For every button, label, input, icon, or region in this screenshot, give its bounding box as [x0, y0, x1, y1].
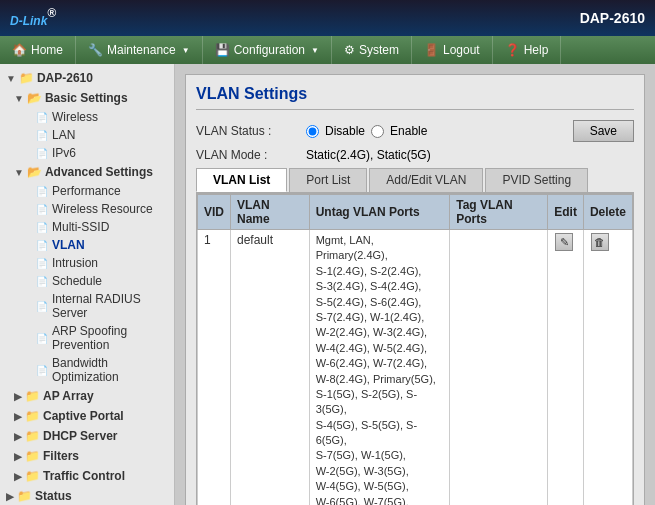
nav-logout-label: Logout [443, 43, 480, 57]
status-folder-icon: 📁 [17, 489, 32, 503]
basic-expand-icon: ▼ [14, 93, 24, 104]
sidebar-vlan-label: VLAN [52, 238, 85, 252]
vlan-status-row: VLAN Status : Disable Enable Save [196, 120, 634, 142]
col-edit: Edit [548, 195, 584, 230]
cell-untag-ports: Mgmt, LAN, Primary(2.4G), S-1(2.4G), S-2… [309, 230, 450, 506]
vlan-status-radio-group: Disable Enable [306, 124, 427, 138]
lan-page-icon: 📄 [36, 130, 48, 141]
filters-group: ▶ 📁 Filters [0, 446, 174, 466]
filters-expand-icon: ▶ [14, 451, 22, 462]
nav-configuration[interactable]: 💾 Configuration ▼ [203, 36, 332, 64]
logout-icon: 🚪 [424, 43, 439, 57]
logo-text: D-Link [10, 14, 47, 28]
tab-pvid-setting[interactable]: PVID Setting [485, 168, 588, 192]
vlan-table: VID VLAN Name Untag VLAN Ports Tag VLAN … [197, 194, 633, 505]
sidebar-item-wireless[interactable]: 📄 Wireless [16, 108, 174, 126]
sidebar-group-traffic[interactable]: ▶ 📁 Traffic Control [8, 466, 174, 486]
nav-home[interactable]: 🏠 Home [0, 36, 76, 64]
sidebar-group-advanced-label: Advanced Settings [45, 165, 153, 179]
edit-button[interactable]: ✎ [555, 233, 573, 251]
captive-portal-expand-icon: ▶ [14, 411, 22, 422]
sidebar-intrusion-label: Intrusion [52, 256, 98, 270]
col-untag-ports: Untag VLAN Ports [309, 195, 450, 230]
save-button[interactable]: Save [573, 120, 634, 142]
captive-portal-folder-icon: 📁 [25, 409, 40, 423]
main-layout: ▼ 📁 DAP-2610 ▼ 📂 Basic Settings 📄 Wirele… [0, 64, 655, 505]
nav-system-label: System [359, 43, 399, 57]
nav-maintenance-label: Maintenance [107, 43, 176, 57]
sidebar-item-wireless-resource[interactable]: 📄 Wireless Resource [16, 200, 174, 218]
nav-system[interactable]: ⚙ System [332, 36, 412, 64]
sidebar-group-ap-array[interactable]: ▶ 📁 AP Array [8, 386, 174, 406]
home-icon: 🏠 [12, 43, 27, 57]
sidebar-schedule-label: Schedule [52, 274, 102, 288]
sidebar-item-intrusion[interactable]: 📄 Intrusion [16, 254, 174, 272]
vlan-tabs: VLAN List Port List Add/Edit VLAN PVID S… [196, 168, 634, 193]
ap-array-group: ▶ 📁 AP Array [0, 386, 174, 406]
basic-settings-group: ▼ 📂 Basic Settings 📄 Wireless 📄 LAN 📄 IP… [0, 88, 174, 162]
basic-folder-icon: 📂 [27, 91, 42, 105]
content-area: VLAN Settings VLAN Status : Disable Enab… [175, 64, 655, 505]
sidebar-item-bandwidth[interactable]: 📄 Bandwidth Optimization [16, 354, 174, 386]
sidebar-item-lan[interactable]: 📄 LAN [16, 126, 174, 144]
nav-maintenance[interactable]: 🔧 Maintenance ▼ [76, 36, 203, 64]
vlan-status-disable-radio[interactable] [306, 125, 319, 138]
advanced-expand-icon: ▼ [14, 167, 24, 178]
wireless-resource-icon: 📄 [36, 204, 48, 215]
sidebar-group-basic[interactable]: ▼ 📂 Basic Settings [8, 88, 174, 108]
tab-vlan-list[interactable]: VLAN List [196, 168, 287, 192]
col-tag-ports: Tag VLAN Ports [450, 195, 548, 230]
cell-tag-ports [450, 230, 548, 506]
delete-button[interactable]: 🗑 [591, 233, 609, 251]
sidebar-item-arp-spoofing[interactable]: 📄 ARP Spoofing Prevention [16, 322, 174, 354]
traffic-control-group: ▶ 📁 Traffic Control [0, 466, 174, 486]
sidebar-group-advanced[interactable]: ▼ 📂 Advanced Settings [8, 162, 174, 182]
sidebar-item-internal-radius[interactable]: 📄 Internal RADIUS Server [16, 290, 174, 322]
system-icon: ⚙ [344, 43, 355, 57]
sidebar-performance-label: Performance [52, 184, 121, 198]
sidebar-arp-spoofing-label: ARP Spoofing Prevention [52, 324, 174, 352]
sidebar-item-vlan[interactable]: 📄 VLAN [16, 236, 174, 254]
root-folder-icon: 📁 [19, 71, 34, 85]
sidebar-item-schedule[interactable]: 📄 Schedule [16, 272, 174, 290]
advanced-settings-items: 📄 Performance 📄 Wireless Resource 📄 Mult… [8, 182, 174, 386]
vlan-status-enable-radio[interactable] [371, 125, 384, 138]
nav-help[interactable]: ❓ Help [493, 36, 562, 64]
sidebar-wireless-resource-label: Wireless Resource [52, 202, 153, 216]
sidebar-bandwidth-label: Bandwidth Optimization [52, 356, 174, 384]
sidebar-group-dhcp[interactable]: ▶ 📁 DHCP Server [8, 426, 174, 446]
sidebar-filters-label: Filters [43, 449, 79, 463]
vlan-mode-row: VLAN Mode : Static(2.4G), Static(5G) [196, 148, 634, 162]
maintenance-icon: 🔧 [88, 43, 103, 57]
sidebar-item-ipv6[interactable]: 📄 IPv6 [16, 144, 174, 162]
sidebar-group-captive-portal[interactable]: ▶ 📁 Captive Portal [8, 406, 174, 426]
vlan-mode-value: Static(2.4G), Static(5G) [306, 148, 431, 162]
ap-array-folder-icon: 📁 [25, 389, 40, 403]
nav-help-label: Help [524, 43, 549, 57]
captive-portal-group: ▶ 📁 Captive Portal [0, 406, 174, 426]
col-vlan-name: VLAN Name [231, 195, 310, 230]
filters-folder-icon: 📁 [25, 449, 40, 463]
col-delete: Delete [583, 195, 632, 230]
cell-delete: 🗑 [583, 230, 632, 506]
ap-array-expand-icon: ▶ [14, 391, 22, 402]
table-row: 1 default Mgmt, LAN, Primary(2.4G), S-1(… [198, 230, 633, 506]
sidebar-item-performance[interactable]: 📄 Performance [16, 182, 174, 200]
vlan-status-disable-label: Disable [325, 124, 365, 138]
tab-add-edit-vlan[interactable]: Add/Edit VLAN [369, 168, 483, 192]
sidebar-group-filters[interactable]: ▶ 📁 Filters [8, 446, 174, 466]
sidebar-root[interactable]: ▼ 📁 DAP-2610 [0, 68, 174, 88]
dlink-logo: D-Link® [10, 6, 56, 30]
help-icon: ❓ [505, 43, 520, 57]
table-header-row: VID VLAN Name Untag VLAN Ports Tag VLAN … [198, 195, 633, 230]
arp-spoofing-icon: 📄 [36, 333, 48, 344]
tab-port-list[interactable]: Port List [289, 168, 367, 192]
dhcp-folder-icon: 📁 [25, 429, 40, 443]
sidebar-item-multi-ssid[interactable]: 📄 Multi-SSID [16, 218, 174, 236]
vlan-icon: 📄 [36, 240, 48, 251]
sidebar-status-label: Status [35, 489, 72, 503]
nav-logout[interactable]: 🚪 Logout [412, 36, 493, 64]
dhcp-expand-icon: ▶ [14, 431, 22, 442]
sidebar-group-status[interactable]: ▶ 📁 Status [0, 486, 174, 505]
root-expand-icon: ▼ [6, 73, 16, 84]
